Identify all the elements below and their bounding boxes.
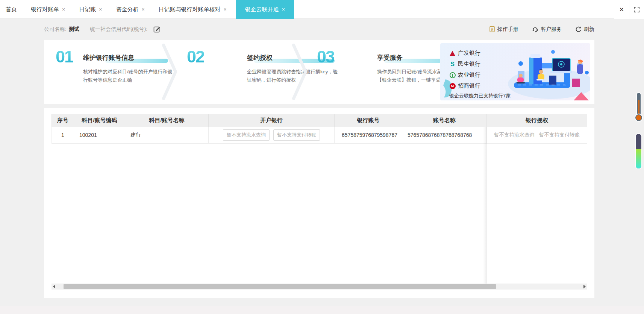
guangfa-bank-icon	[449, 50, 456, 56]
col-header-seq: 序号	[52, 114, 74, 127]
header-actions: 操作手册 客户服务 刷新	[489, 26, 594, 33]
tab-close-icon[interactable]: ×	[141, 6, 144, 12]
fullscreen-button[interactable]	[629, 0, 644, 19]
tab-journal[interactable]: 日记账 ×	[79, 0, 102, 19]
step-2-number: 02	[187, 48, 204, 65]
col-header-auth: 银行授权	[487, 114, 587, 127]
cmb-bank-icon: M	[449, 83, 456, 89]
bank-name: 民生银行	[458, 61, 480, 68]
col-header-name: 科目/账号名称	[125, 114, 209, 127]
tab-bank-cloud-link[interactable]: 银企云联开通 ×	[236, 0, 294, 19]
tab-label: 日记账与银行对账单核对	[159, 6, 221, 13]
fullscreen-icon	[634, 7, 639, 12]
cell-code: 100201	[74, 127, 125, 144]
col-header-account-no: 银行账号	[335, 114, 402, 127]
bank-item-guangfa: 广发银行	[449, 50, 480, 57]
supported-banks-caption: 银企云联能力已支持银行7家	[449, 93, 511, 99]
refresh-label: 刷新	[584, 26, 594, 33]
step-3-title: 享受服务	[377, 53, 403, 62]
app-window: 首页 银行对账单 × 日记账 × 资金分析 × 日记账与银行对账单核对 × 银企…	[0, 0, 644, 314]
edit-icon	[153, 26, 161, 33]
bank-name: 农业银行	[458, 71, 480, 79]
company-name-label: 公司名称:	[44, 26, 67, 33]
close-all-tabs-button[interactable]: ✕	[614, 0, 629, 19]
bank-name: 招商银行	[458, 82, 480, 89]
step-3-number: 03	[317, 48, 334, 65]
tab-label: 银行对账单	[31, 6, 59, 13]
manual-doc-icon	[489, 26, 495, 32]
tab-close-icon[interactable]: ×	[282, 6, 285, 12]
accounts-table: 序号 科目/账号编码 科目/账号名称 开户银行 银行账号 账号名称 银行授权 1…	[52, 114, 587, 144]
col-header-code: 科目/账号编码	[74, 114, 125, 127]
bank-item-cmb: M 招商银行	[449, 82, 480, 89]
step-1-title: 维护银行账号信息	[83, 53, 134, 62]
scroll-right-arrow-icon[interactable]	[583, 285, 586, 288]
close-icon: ✕	[619, 6, 624, 13]
status-chip-no-flow-query: 暂不支持流水查询	[223, 129, 270, 141]
tab-label: 银企云联开通	[245, 6, 279, 13]
minsheng-bank-icon: S	[449, 61, 456, 67]
cell-auth-status: 暂不支持流水查询 暂不支持支付转账	[487, 127, 587, 144]
auth-status-no-flow-query: 暂不支持流水查询	[494, 132, 535, 138]
col-header-bank: 开户银行	[209, 114, 335, 127]
customer-service-icon	[532, 26, 538, 32]
status-chip-no-transfer: 暂不支持支付转账	[273, 129, 320, 141]
customer-service-label: 客户服务	[541, 26, 562, 33]
cell-name: 建行	[125, 127, 209, 144]
step-1-number: 01	[56, 48, 73, 65]
bank-item-minsheng: S 民生银行	[449, 61, 480, 68]
step-separator-chevron	[291, 44, 309, 100]
cell-account-no: 6575875976879598767	[335, 127, 402, 144]
cell-seq: 1	[52, 127, 74, 144]
customer-service-button[interactable]: 客户服务	[532, 26, 562, 33]
scrollbar-thumb[interactable]	[64, 284, 496, 289]
gauge-fill	[636, 149, 641, 168]
company-name-value: 测试	[69, 26, 79, 33]
tab-strip: 首页 银行对账单 × 日记账 × 资金分析 × 日记账与银行对账单核对 × 银企…	[0, 0, 644, 19]
manual-button[interactable]: 操作手册	[489, 26, 518, 33]
col-header-account-name: 账号名称	[402, 114, 487, 127]
accounts-table-card: 序号 科目/账号编码 科目/账号名称 开户银行 银行账号 账号名称 银行授权 1…	[44, 108, 594, 298]
tab-bar: 首页 银行对账单 × 日记账 × 资金分析 × 日记账与银行对账单核对 × 银企…	[0, 0, 644, 19]
table-row[interactable]: 1 100201 建行 暂不支持流水查询 暂不支持支付转账 6575875976…	[52, 127, 587, 144]
pinned-column-shadow	[483, 127, 487, 284]
bank-item-agricultural: 农业银行	[449, 71, 480, 79]
company-info: 公司名称: 测试 统一社会信用代码(税号):	[44, 26, 161, 33]
bottom-strip	[0, 306, 644, 314]
tab-fund-analysis[interactable]: 资金分析 ×	[116, 0, 144, 19]
refresh-icon	[575, 26, 582, 32]
table-header-row: 序号 科目/账号编码 科目/账号名称 开户银行 银行账号 账号名称 银行授权	[52, 114, 587, 127]
tabbar-controls: ✕	[614, 0, 644, 19]
tab-label: 首页	[6, 6, 17, 13]
edit-company-button[interactable]	[153, 26, 161, 33]
step-separator-chevron	[161, 44, 179, 100]
onboarding-steps-card: 01 维护银行账号信息 核对维护的对应科目/账号的开户银行和银行账号等信息是否正…	[44, 40, 594, 104]
tab-label: 资金分析	[116, 6, 138, 13]
tab-close-icon[interactable]: ×	[99, 6, 102, 12]
thermometer-bulb	[635, 114, 642, 121]
manual-label: 操作手册	[497, 26, 518, 33]
gauge-widget[interactable]	[636, 134, 641, 168]
step-2-title: 签约授权	[247, 53, 273, 62]
tab-bank-statement[interactable]: 银行对账单 ×	[31, 0, 65, 19]
bank-name: 广发银行	[458, 50, 480, 57]
tab-close-icon[interactable]: ×	[62, 6, 65, 12]
page-subheader: 公司名称: 测试 统一社会信用代码(税号): 操作手册	[0, 19, 644, 39]
auth-status-no-transfer: 暂不支持支付转账	[539, 132, 580, 138]
supported-banks-panel: 广发银行 S 民生银行 农业银行 M 招商银行 银企云联能力已支持银行7家	[440, 43, 590, 100]
tab-journal-bank-check[interactable]: 日记账与银行对账单核对 ×	[159, 0, 227, 19]
cell-account-name: 5765786876878768768768	[402, 127, 487, 144]
tab-label: 日记账	[79, 6, 96, 13]
tab-close-icon[interactable]: ×	[224, 6, 227, 12]
scroll-left-arrow-icon[interactable]	[53, 285, 55, 288]
thermometer-widget[interactable]	[635, 93, 642, 123]
cell-bank-status: 暂不支持流水查询 暂不支持支付转账	[209, 127, 335, 144]
step-1-description: 核对维护的对应科目/账号的开户银行和银行账号等信息是否正确	[83, 68, 174, 84]
horizontal-scrollbar[interactable]	[52, 284, 587, 290]
tax-code-label: 统一社会信用代码(税号):	[90, 26, 147, 33]
agricultural-bank-icon	[449, 72, 456, 78]
refresh-button[interactable]: 刷新	[575, 26, 594, 33]
tab-home[interactable]: 首页	[6, 0, 17, 19]
